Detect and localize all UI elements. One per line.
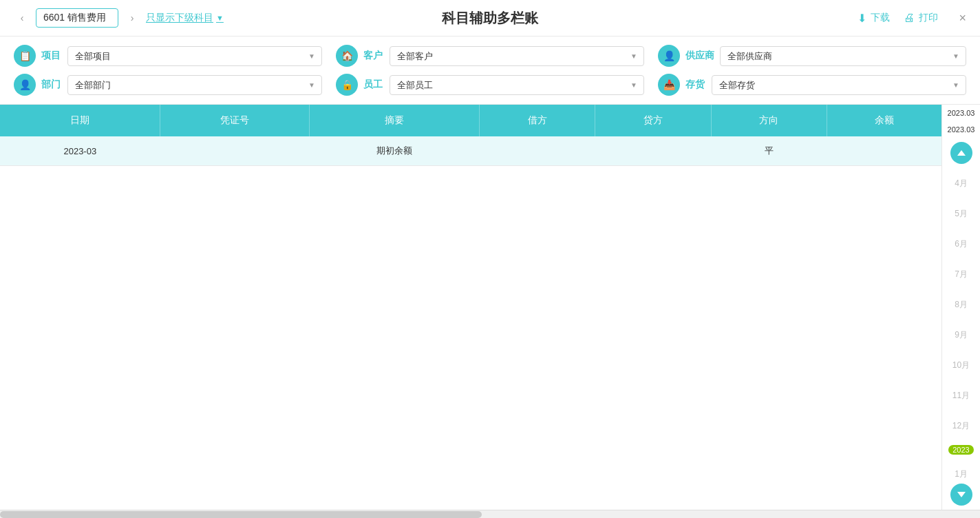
title-left: ‹ 6601 销售费用 › 只显示下级科目 ▼: [14, 8, 224, 28]
employee-select[interactable]: 全部员工: [390, 75, 644, 95]
period-6[interactable]: 6月: [942, 229, 980, 259]
horizontal-scrollbar[interactable]: [0, 510, 980, 518]
inventory-select-wrapper: 全部存货: [712, 75, 966, 95]
supplier-select[interactable]: 全部供应商: [720, 46, 966, 66]
period-4[interactable]: 4月: [942, 168, 980, 198]
account-code[interactable]: 6601 销售费用: [36, 8, 118, 28]
table-area: 日期 凭证号 摘要 借方 贷方 方向 余额 2023-03 期初余额: [0, 105, 941, 510]
cell-date: 2023-03: [0, 136, 160, 166]
project-icon: 📋: [14, 45, 36, 67]
employee-label: 员工: [363, 79, 384, 91]
nav-prev-btn[interactable]: ‹: [14, 10, 30, 26]
inventory-select[interactable]: 全部存货: [712, 75, 966, 95]
year-2023[interactable]: 2023: [942, 441, 980, 459]
show-sub-button[interactable]: 只显示下级科目 ▼: [146, 12, 224, 24]
inventory-label: 存货: [685, 79, 706, 91]
col-debit: 借方: [479, 105, 595, 136]
period-10[interactable]: 10月: [942, 350, 980, 380]
col-credit: 贷方: [595, 105, 711, 136]
project-select[interactable]: 全部项目: [67, 46, 322, 66]
main-container: ‹ 6601 销售费用 › 只显示下级科目 ▼ 科目辅助多栏账 ⬇ 下载 🖨 打…: [0, 0, 980, 518]
side-timeline: 2023.03 2023.03 4月 5月 6月 7月 8月: [941, 105, 980, 510]
cell-balance: [827, 136, 941, 166]
download-icon: ⬇: [858, 12, 866, 25]
period-7[interactable]: 7月: [942, 259, 980, 289]
employee-icon: 🔒: [336, 74, 358, 96]
filter-employee: 🔒 员工 全部员工: [336, 74, 644, 96]
supplier-icon: 👤: [658, 45, 680, 67]
period-11[interactable]: 11月: [942, 380, 980, 411]
data-table: 日期 凭证号 摘要 借方 贷方 方向 余额 2023-03 期初余额: [0, 105, 941, 166]
period-5[interactable]: 5月: [942, 198, 980, 229]
content-area: 日期 凭证号 摘要 借方 贷方 方向 余额 2023-03 期初余额: [0, 105, 980, 510]
col-balance: 余额: [827, 105, 941, 136]
col-date: 日期: [0, 105, 160, 136]
print-button[interactable]: 🖨 打印: [904, 12, 938, 24]
cell-voucher: [160, 136, 309, 166]
department-select-wrapper: 全部部门: [67, 75, 322, 95]
filter-supplier: 👤 供应商 全部供应商: [658, 45, 966, 67]
period-12[interactable]: 12月: [942, 411, 980, 441]
filter-row-2: 👤 部门 全部部门 🔒 员工 全部员工: [14, 74, 966, 96]
supplier-select-wrapper: 全部供应商: [720, 46, 966, 66]
project-label: 项目: [41, 50, 62, 62]
filter-inventory: 📥 存货 全部存货: [658, 74, 966, 96]
period-1[interactable]: 1月: [942, 459, 980, 479]
timeline-up-btn[interactable]: [950, 142, 972, 164]
customer-label: 客户: [363, 50, 384, 62]
department-label: 部门: [41, 79, 62, 91]
department-select[interactable]: 全部部门: [67, 75, 322, 95]
customer-icon: 🏠: [336, 45, 358, 67]
timeline-scroll[interactable]: 4月 5月 6月 7月 8月 9月 10月: [942, 168, 980, 479]
supplier-label: 供应商: [685, 50, 714, 62]
print-icon: 🖨: [904, 12, 915, 24]
employee-select-wrapper: 全部员工: [390, 75, 644, 95]
filter-customer: 🏠 客户 全部客户: [336, 45, 644, 67]
period-8[interactable]: 8月: [942, 289, 980, 320]
timeline-down-btn[interactable]: [950, 484, 972, 506]
table-row: 2023-03 期初余额 平: [0, 136, 941, 166]
cell-direction: 平: [711, 136, 827, 166]
department-icon: 👤: [14, 74, 36, 96]
period-header-2[interactable]: 2023.03: [942, 121, 980, 138]
nav-next-btn[interactable]: ›: [124, 10, 140, 26]
customer-select[interactable]: 全部客户: [390, 46, 644, 66]
col-summary: 摘要: [309, 105, 479, 136]
title-right: ⬇ 下载 🖨 打印 ×: [858, 11, 966, 25]
project-select-wrapper: 全部项目: [67, 46, 322, 66]
filter-project: 📋 项目 全部项目: [14, 45, 322, 67]
period-9[interactable]: 9月: [942, 320, 980, 350]
download-button[interactable]: ⬇ 下载: [858, 12, 890, 25]
cell-summary: 期初余额: [309, 136, 479, 166]
filter-area: 📋 项目 全部项目 🏠 客户 全部客户: [0, 37, 980, 105]
col-voucher: 凭证号: [160, 105, 309, 136]
title-bar: ‹ 6601 销售费用 › 只显示下级科目 ▼ 科目辅助多栏账 ⬇ 下载 🖨 打…: [0, 0, 980, 37]
customer-select-wrapper: 全部客户: [390, 46, 644, 66]
cell-credit: [595, 136, 711, 166]
period-header-1[interactable]: 2023.03: [942, 105, 980, 121]
col-direction: 方向: [711, 105, 827, 136]
filter-row-1: 📋 项目 全部项目 🏠 客户 全部客户: [14, 45, 966, 67]
close-button[interactable]: ×: [959, 11, 966, 25]
filter-department: 👤 部门 全部部门: [14, 74, 322, 96]
inventory-icon: 📥: [658, 74, 680, 96]
scrollbar-thumb[interactable]: [0, 511, 482, 518]
cell-debit: [479, 136, 595, 166]
table-header-row: 日期 凭证号 摘要 借方 贷方 方向 余额: [0, 105, 941, 136]
page-title: 科目辅助多栏账: [442, 9, 538, 28]
